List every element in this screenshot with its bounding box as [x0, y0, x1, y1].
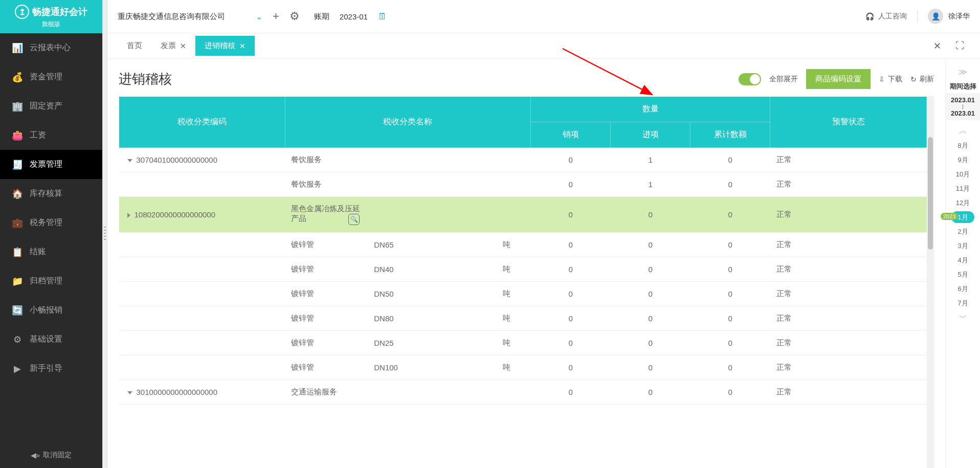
sidebar-label-0: 云报表中心	[30, 42, 71, 53]
table-row[interactable]: 镀锌管 DN25 吨 0 0 0 正常	[119, 331, 927, 355]
user-menu[interactable]: 👤 徐泽华	[928, 9, 970, 24]
row-search-icon[interactable]: 🔍	[348, 214, 360, 225]
table-row[interactable]: 3010000000000000000 交通运输服务 0 0 0 正常	[119, 380, 927, 405]
sidebar-item-9[interactable]: 🔄小畅报销	[0, 296, 102, 325]
cell-purchase: 0	[611, 233, 691, 257]
month-item[interactable]: 9月	[957, 155, 968, 165]
sidebar-item-0[interactable]: 📊云报表中心	[0, 33, 102, 62]
tabs: 首页发票✕进销稽核✕ ✕ ⛶	[107, 33, 980, 59]
period-down-icon[interactable]: ︾	[957, 311, 969, 326]
th-cumulative: 累计数额	[691, 122, 770, 148]
sidebar-item-4[interactable]: 🧾发票管理	[0, 150, 102, 179]
cell-spec: DN40	[368, 257, 483, 282]
table-row[interactable]: 餐饮服务 0 1 0 正常	[119, 172, 927, 197]
month-item[interactable]: 7月	[957, 299, 968, 308]
cell-unit	[483, 197, 531, 233]
table-row[interactable]: 镀锌管 DN80 吨 0 0 0 正常	[119, 306, 927, 331]
table-row[interactable]: 1080200000000000000 黑色金属冶炼及压延产品🔍 0 0 0 正…	[119, 197, 927, 233]
year-badge: 2023	[941, 213, 958, 220]
sidebar-item-10[interactable]: ⚙基础设置	[0, 325, 102, 354]
cell-status: 正常	[770, 197, 927, 233]
avatar: 👤	[928, 9, 943, 24]
period-value: 2023-01	[340, 12, 368, 21]
add-button[interactable]: +	[273, 10, 279, 23]
fullscreen-icon[interactable]: ⛶	[950, 40, 970, 51]
tree-toggle-icon[interactable]	[127, 391, 132, 394]
table-row[interactable]: 镀锌管 DN50 吨 0 0 0 正常	[119, 282, 927, 306]
period-panel: ≫ 期间选择 2023.01 | 2023.01 ︽ 8月9月10月11月12月…	[945, 59, 980, 468]
sidebar-item-3[interactable]: 👛工资	[0, 121, 102, 150]
cell-sales: 0	[531, 380, 611, 405]
month-item[interactable]: 12月	[956, 198, 970, 208]
settings-icon[interactable]: ⚙	[289, 10, 300, 23]
sidebar-item-6[interactable]: 💼税务管理	[0, 208, 102, 237]
period-up-icon[interactable]: ︽	[957, 123, 969, 138]
divider	[917, 10, 918, 23]
logo[interactable]: ↥ 畅捷通好会计 旗舰版	[0, 0, 102, 33]
sidebar-label-10: 基础设置	[30, 334, 62, 345]
month-item[interactable]: 8月	[957, 141, 968, 150]
scrollbar[interactable]	[927, 96, 934, 468]
cell-unit	[483, 380, 531, 405]
cell-purchase: 0	[611, 257, 691, 282]
tree-toggle-icon[interactable]	[127, 159, 132, 162]
cell-unit: 吨	[483, 282, 531, 306]
tab-close-1[interactable]: ✕	[180, 42, 186, 50]
sidebar-item-1[interactable]: 💰资金管理	[0, 62, 102, 92]
table-row[interactable]: 镀锌管 DN100 吨 0 0 0 正常	[119, 355, 927, 380]
sidebar-unpin[interactable]: ◀» 取消固定	[0, 442, 102, 468]
download-button[interactable]: ⇩ 下载	[879, 75, 902, 84]
cell-unit: 吨	[483, 355, 531, 380]
sidebar-item-8[interactable]: 📁归档管理	[0, 266, 102, 296]
cell-cumulative: 0	[691, 197, 770, 233]
product-code-settings-button[interactable]: 商品编码设置	[806, 69, 871, 89]
tab-close-2[interactable]: ✕	[239, 42, 246, 50]
cell-unit: 吨	[483, 331, 531, 355]
cell-cumulative: 0	[691, 282, 770, 306]
table-row[interactable]: 3070401000000000000 餐饮服务 0 1 0 正常	[119, 148, 927, 172]
cell-status: 正常	[770, 233, 927, 257]
month-item[interactable]: 3月	[957, 241, 968, 251]
sidebar-item-2[interactable]: 🏢固定资产	[0, 92, 102, 121]
month-item[interactable]: 4月	[957, 256, 968, 265]
cell-cumulative: 0	[691, 172, 770, 197]
cell-spec: DN80	[368, 306, 483, 331]
download-label: 下载	[888, 75, 902, 84]
cell-status: 正常	[770, 306, 927, 331]
sidebar-item-11[interactable]: ▶新手引导	[0, 354, 102, 383]
refresh-button[interactable]: ↻ 刷新	[910, 75, 934, 84]
sidebar-icon-7: 📋	[12, 247, 23, 257]
username: 徐泽华	[948, 12, 970, 21]
support-button[interactable]: 🎧 人工咨询	[865, 12, 907, 21]
month-item[interactable]: 5月	[957, 270, 968, 279]
page-toolbar: 进销稽核 全部展开 商品编码设置 ⇩ 下载 ↻ 刷新	[119, 69, 934, 89]
month-item[interactable]: 2月	[957, 227, 968, 236]
cell-sales: 0	[531, 331, 611, 355]
table-row[interactable]: 镀锌管 DN40 吨 0 0 0 正常	[119, 257, 927, 282]
scrollbar-thumb[interactable]	[928, 137, 933, 250]
month-item[interactable]: 10月	[956, 170, 970, 179]
calendar-icon[interactable]: 🗓	[378, 11, 387, 22]
cell-status: 正常	[770, 172, 927, 197]
month-item[interactable]: 11月	[956, 184, 970, 193]
refresh-icon: ↻	[910, 75, 917, 83]
tab-0[interactable]: 首页	[118, 36, 151, 56]
expand-all-label[interactable]: 全部展开	[769, 75, 798, 84]
cell-name: 镀锌管	[285, 355, 368, 380]
table-row[interactable]: 镀锌管 DN65 吨 0 0 0 正常	[119, 233, 927, 257]
sidebar-icon-11: ▶	[12, 364, 23, 374]
company-selector[interactable]: 重庆畅捷交通信息咨询有限公司 ⌄	[118, 12, 262, 21]
expand-toggle[interactable]	[739, 73, 761, 85]
month-item[interactable]: 6月	[957, 284, 968, 294]
period-range[interactable]: 2023.01 | 2023.01	[946, 93, 980, 120]
close-all-tabs[interactable]: ✕	[928, 40, 946, 52]
sidebar-resize-handle[interactable]	[102, 0, 107, 468]
cell-unit: 吨	[483, 306, 531, 331]
th-sales: 销项	[531, 122, 611, 148]
tree-toggle-icon[interactable]	[127, 213, 130, 218]
sidebar-item-5[interactable]: 🏠库存核算	[0, 179, 102, 208]
period-collapse-icon[interactable]: ≫	[955, 64, 970, 80]
tab-1[interactable]: 发票✕	[151, 36, 195, 56]
sidebar-item-7[interactable]: 📋结账	[0, 237, 102, 266]
tab-2[interactable]: 进销稽核✕	[195, 36, 255, 56]
